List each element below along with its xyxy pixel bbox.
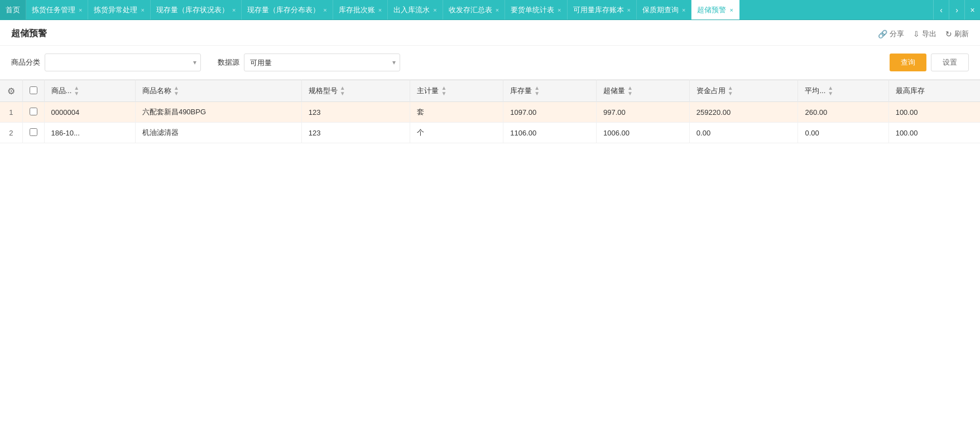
th-avg[interactable]: 平均... ▲▼ (798, 80, 888, 102)
row-2-avg: 0.00 (798, 123, 888, 143)
th-product-code[interactable]: 商品... ▲▼ (44, 80, 135, 102)
row-1-max-stock: 100.00 (888, 102, 980, 123)
close-icon[interactable]: × (496, 7, 499, 13)
filter-area: 商品分类 数据源 可用量 查询 设置 (0, 46, 980, 80)
nav-item-available-account[interactable]: 可用量库存账本 × (568, 0, 637, 20)
nav-item-quality-check[interactable]: 保质期查询 × (637, 0, 691, 20)
table-header-row: ⚙ 商品... ▲▼ 商品名称 ▲▼ (0, 80, 980, 102)
nav-item-inventory-dist-label: 现存量（库存分布表） (247, 5, 320, 15)
row-1-product-code: 0000004 (44, 102, 135, 123)
row-2-product-code: 186-10... (44, 123, 135, 143)
th-stock[interactable]: 库存量 ▲▼ (503, 80, 597, 102)
nav-item-home-label: 首页 (6, 5, 20, 15)
close-icon[interactable]: × (558, 7, 561, 13)
nav-item-exception-proc-label: 拣货异常处理 (94, 5, 137, 15)
category-select[interactable] (45, 54, 201, 71)
close-icon[interactable]: × (323, 7, 326, 13)
sort-icon-spec: ▲▼ (340, 85, 345, 96)
close-icon[interactable]: × (141, 7, 144, 13)
close-icon[interactable]: × (729, 7, 733, 13)
row-1-checkbox[interactable] (30, 108, 37, 115)
row-2-spec: 123 (301, 123, 410, 143)
th-capital-usage[interactable]: 资金占用 ▲▼ (689, 80, 798, 102)
table-body: 1 0000004 六配套新昌490BPG 123 套 1097.00 997.… (0, 102, 980, 143)
filter-actions: 查询 设置 (890, 54, 969, 71)
query-button[interactable]: 查询 (890, 54, 926, 71)
nav-item-quality-check-label: 保质期查询 (642, 5, 679, 15)
page-title: 超储预警 (11, 28, 47, 40)
nav-item-inout-flow-label: 出入库流水 (393, 5, 430, 15)
row-checkbox-2 (22, 123, 44, 143)
nav-item-inventory-batch-label: 库存批次账 (339, 5, 375, 15)
nav-item-exception-proc[interactable]: 拣货异常处理 × (88, 0, 150, 20)
th-overstock[interactable]: 超储量 ▲▼ (597, 80, 690, 102)
sort-icon-product-name: ▲▼ (174, 85, 179, 96)
sort-icon-unit: ▲▼ (441, 85, 446, 96)
refresh-icon: ↻ (945, 30, 952, 38)
datasource-select[interactable]: 可用量 (244, 54, 400, 71)
nav-item-available-account-label: 可用量库存账本 (573, 5, 624, 15)
nav-arrow-right[interactable]: › (949, 0, 964, 20)
nav-item-home[interactable]: 首页 (0, 0, 26, 20)
close-icon[interactable]: × (682, 7, 685, 13)
row-2-unit: 个 (410, 123, 503, 143)
th-unit[interactable]: 主计量 ▲▼ (410, 80, 503, 102)
nav-arrow-close[interactable]: × (964, 0, 980, 20)
close-icon[interactable]: × (232, 7, 236, 13)
th-max-stock: 最高库存 (888, 80, 980, 102)
data-table: ⚙ 商品... ▲▼ 商品名称 ▲▼ (0, 80, 980, 143)
row-index-1: 1 (0, 102, 22, 123)
category-select-wrapper (45, 54, 201, 71)
row-2-overstock: 1006.00 (597, 123, 690, 143)
nav-item-inout-flow[interactable]: 出入库流水 × (388, 0, 443, 20)
nav-item-overstock-warning-label: 超储预警 (697, 5, 726, 15)
sort-icon-capital-usage: ▲▼ (728, 85, 733, 96)
table-container: ⚙ 商品... ▲▼ 商品名称 ▲▼ (0, 80, 980, 143)
datasource-filter-group: 数据源 可用量 (218, 54, 400, 71)
datasource-select-wrapper: 可用量 (244, 54, 400, 71)
select-all-checkbox[interactable] (30, 86, 37, 94)
refresh-button[interactable]: ↻ 刷新 (945, 29, 969, 39)
row-2-max-stock: 100.00 (888, 123, 980, 143)
th-settings: ⚙ (0, 80, 22, 102)
row-1-overstock: 997.00 (597, 102, 690, 123)
share-button[interactable]: 🔗 分享 (878, 29, 904, 39)
row-1-spec: 123 (301, 102, 410, 123)
nav-item-overstock-warning[interactable]: 超储预警 × (691, 0, 739, 20)
row-2-checkbox[interactable] (30, 128, 37, 136)
export-button[interactable]: ⇩ 导出 (913, 29, 936, 39)
nav-item-collection-summary-label: 收发存汇总表 (449, 5, 492, 15)
close-icon[interactable]: × (79, 7, 82, 13)
nav-arrows: ‹ › × (933, 0, 980, 20)
nav-arrow-left[interactable]: ‹ (933, 0, 949, 20)
nav-item-order-stats[interactable]: 要货单统计表 × (505, 0, 567, 20)
nav-item-collection-summary[interactable]: 收发存汇总表 × (443, 0, 505, 20)
table-row: 2 186-10... 机油滤清器 123 个 1106.00 1006.00 … (0, 123, 980, 143)
row-index-2: 2 (0, 123, 22, 143)
sort-icon-avg: ▲▼ (828, 85, 833, 96)
category-label: 商品分类 (11, 57, 40, 67)
th-spec[interactable]: 规格型号 ▲▼ (301, 80, 410, 102)
datasource-label: 数据源 (218, 57, 239, 67)
nav-item-order-stats-label: 要货单统计表 (511, 5, 554, 15)
settings-button[interactable]: 设置 (931, 54, 969, 71)
sort-icon-product-code: ▲▼ (74, 85, 79, 96)
nav-item-inventory-dist[interactable]: 现存量（库存分布表） × (242, 0, 333, 20)
page-content: 超储预警 🔗 分享 ⇩ 导出 ↻ 刷新 商品分类 (0, 20, 980, 446)
close-icon[interactable]: × (627, 7, 631, 13)
th-product-name[interactable]: 商品名称 ▲▼ (135, 80, 301, 102)
table-row: 1 0000004 六配套新昌490BPG 123 套 1097.00 997.… (0, 102, 980, 123)
page-header: 超储预警 🔗 分享 ⇩ 导出 ↻ 刷新 (0, 20, 980, 46)
row-checkbox-1 (22, 102, 44, 123)
sort-icon-overstock: ▲▼ (627, 85, 633, 96)
nav-item-inventory-status[interactable]: 现存量（库存状况表） × (151, 0, 242, 20)
row-1-unit: 套 (410, 102, 503, 123)
row-1-stock: 1097.00 (503, 102, 597, 123)
category-filter-group: 商品分类 (11, 54, 201, 71)
nav-item-inventory-batch[interactable]: 库存批次账 × (333, 0, 388, 20)
nav-item-task-mgmt[interactable]: 拣货任务管理 × (26, 0, 88, 20)
close-icon[interactable]: × (433, 7, 436, 13)
settings-icon[interactable]: ⚙ (7, 86, 15, 96)
share-icon: 🔗 (878, 30, 887, 38)
close-icon[interactable]: × (378, 7, 382, 13)
